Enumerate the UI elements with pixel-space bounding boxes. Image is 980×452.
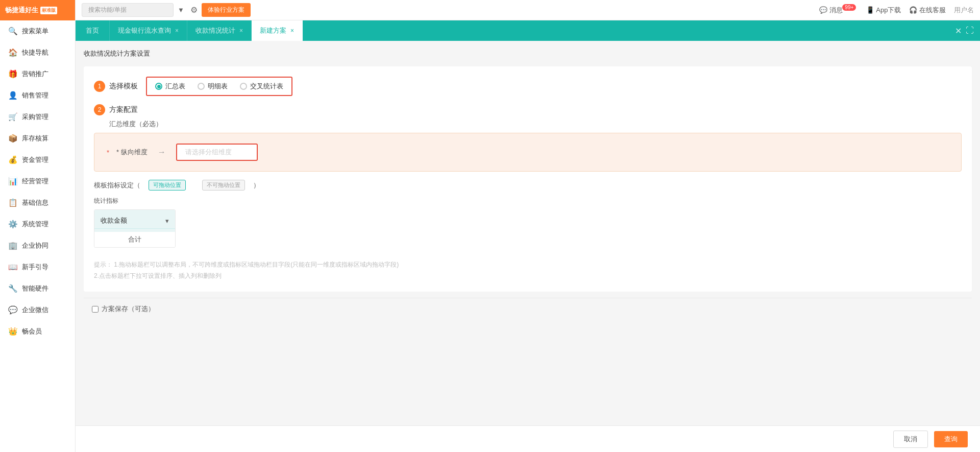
radio-summary[interactable]: 汇总表 <box>155 82 185 91</box>
user-name[interactable]: 用户名 <box>954 6 974 15</box>
bottom-bar: 取消 查询 <box>76 425 980 452</box>
metrics-header-cell[interactable]: 收款金额 ▾ <box>94 213 175 229</box>
save-label: 方案保存（可选） <box>102 304 155 314</box>
metrics-chevron-icon[interactable]: ▾ <box>165 217 169 225</box>
dimension-select[interactable]: 请选择分组维度 <box>176 144 258 161</box>
tab-new-plan[interactable]: 新建方案 × <box>252 20 303 41</box>
wechat-icon: 💬 <box>8 305 18 315</box>
tabs-right-controls: ✕ ⛶ <box>955 26 980 36</box>
user-icon: 👤 <box>8 91 18 100</box>
tab-bank-flow[interactable]: 现金银行流水查询 × <box>110 20 187 41</box>
step1-row: 1 选择模板 汇总表 明细表 <box>94 77 962 96</box>
tab-receipt-stat-close[interactable]: × <box>239 27 243 34</box>
tab-close-all-icon[interactable]: ✕ <box>955 26 962 36</box>
step2-circle: 2 <box>94 104 105 115</box>
header: 搜索功能/单据 ▼ ⚙ 体验行业方案 💬 消息 99+ 📱 App下载 🎧 在线… <box>76 0 980 20</box>
draggable-badge: 可拖动位置 <box>149 180 186 191</box>
trial-btn[interactable]: 体验行业方案 <box>202 3 251 17</box>
sidebar-item-system[interactable]: ⚙️ 系统管理 <box>0 213 75 235</box>
sidebar-item-finance[interactable]: 💰 资金管理 <box>0 149 75 171</box>
save-checkbox[interactable] <box>92 306 99 313</box>
main-area: 搜索功能/单据 ▼ ⚙ 体验行业方案 💬 消息 99+ 📱 App下载 🎧 在线… <box>76 0 980 452</box>
tab-receipt-stat[interactable]: 收款情况统计 × <box>187 20 252 41</box>
step2-label: 方案配置 <box>109 105 138 114</box>
gear-icon: ⚙️ <box>8 220 18 229</box>
required-mark: * <box>107 149 109 156</box>
notification-badge: 99+ <box>842 4 856 11</box>
sidebar-item-operations[interactable]: 📊 经营管理 <box>0 171 75 192</box>
cart-icon: 🛒 <box>8 112 18 122</box>
logo-badge: 标准版 <box>40 7 57 14</box>
dropdown-icon[interactable]: ▼ <box>178 6 184 14</box>
metrics-table: 收款金额 ▾ 合计 <box>94 209 176 248</box>
save-row: 方案保存（可选） <box>84 298 972 320</box>
sidebar-item-sales[interactable]: 👤 销售管理 <box>0 85 75 106</box>
sidebar-item-enterprise[interactable]: 🏢 企业协同 <box>0 235 75 256</box>
config-section: 汇总维度（必选） * * 纵向维度 → 请选择分组维度 模板指标设定 <box>94 120 962 281</box>
hardware-icon: 🔧 <box>8 284 18 293</box>
sidebar-item-smart-hw[interactable]: 🔧 智能硬件 <box>0 278 75 299</box>
metrics-table-container: 统计指标 收款金额 ▾ 合计 <box>94 197 962 249</box>
sidebar-item-marketing[interactable]: 🎁 营销推广 <box>0 63 75 85</box>
content-area: 收款情况统计方案设置 1 选择模板 汇总表 <box>76 41 980 425</box>
hint2-text: 2.点击标题栏下拉可设置排序、插入列和删除列 <box>94 271 962 282</box>
sidebar-logo: 畅捷通好生 标准版 <box>0 0 75 20</box>
clipboard-icon: 📋 <box>8 198 18 207</box>
home-icon: 🏠 <box>8 48 18 57</box>
notification-area[interactable]: 💬 消息 99+ <box>819 6 858 15</box>
non-draggable-badge: 不可拖动位置 <box>202 180 245 191</box>
gift-icon: 🎁 <box>8 69 18 79</box>
dimension-row: * * 纵向维度 → 请选择分组维度 <box>107 144 949 161</box>
radio-dot-summary <box>155 83 162 90</box>
settings-card: 1 选择模板 汇总表 明细表 <box>84 66 972 292</box>
tab-bank-flow-close[interactable]: × <box>175 27 179 34</box>
search-menu-icon: 🔍 <box>8 27 18 36</box>
sidebar-item-wechat[interactable]: 💬 企业微信 <box>0 299 75 321</box>
header-left: 搜索功能/单据 ▼ ⚙ 体验行业方案 <box>82 3 251 17</box>
radio-detail[interactable]: 明细表 <box>198 82 228 91</box>
settings-icon[interactable]: ⚙ <box>190 5 198 15</box>
book-icon: 📖 <box>8 263 18 272</box>
sidebar-item-search-menu[interactable]: 🔍 搜索菜单 <box>0 20 75 42</box>
tab-home[interactable]: 首页 <box>76 20 110 41</box>
sidebar-item-purchase[interactable]: 🛒 采购管理 <box>0 106 75 128</box>
radio-cross[interactable]: 交叉统计表 <box>240 82 283 91</box>
vertical-dim-label: * 纵向维度 <box>116 148 148 157</box>
arrow-icon: → <box>158 148 166 157</box>
radio-dot-cross <box>240 83 247 90</box>
query-button[interactable]: 查询 <box>934 431 968 447</box>
metrics-section-label: 统计指标 <box>94 197 962 205</box>
tabs-bar: 首页 现金银行流水查询 × 收款情况统计 × 新建方案 × ✕ ⛶ <box>76 20 980 41</box>
hint1-text: 提示： 1.拖动标题栏可以调整布局，不可跨维度或指标区域拖动栏目字段(只能在同一… <box>94 259 962 271</box>
headset-icon: 🎧 <box>909 6 917 14</box>
step2-row: 2 方案配置 <box>94 104 962 115</box>
tab-new-plan-close[interactable]: × <box>290 27 294 34</box>
sidebar-item-quick-nav[interactable]: 🏠 快捷导航 <box>0 42 75 63</box>
sidebar-item-inventory[interactable]: 📦 库存核算 <box>0 128 75 149</box>
step1-circle: 1 <box>94 81 105 92</box>
chart-icon: 📊 <box>8 177 18 186</box>
building-icon: 🏢 <box>8 241 18 250</box>
cancel-button[interactable]: 取消 <box>893 431 928 448</box>
mobile-icon: 📱 <box>866 6 874 14</box>
app-download[interactable]: 📱 App下载 <box>866 6 901 15</box>
search-bar[interactable]: 搜索功能/单据 <box>82 3 174 17</box>
sidebar: 畅捷通好生 标准版 🔍 搜索菜单 🏠 快捷导航 🎁 营销推广 👤 销售管理 🛒 … <box>0 0 76 452</box>
tab-maximize-icon[interactable]: ⛶ <box>966 26 974 35</box>
sidebar-item-base-info[interactable]: 📋 基础信息 <box>0 192 75 213</box>
summary-dim-label: 汇总维度（必选） <box>109 120 962 129</box>
message-icon: 💬 <box>819 6 827 14</box>
page-content: 收款情况统计方案设置 1 选择模板 汇总表 <box>76 41 980 328</box>
dimension-area: * * 纵向维度 → 请选择分组维度 <box>94 133 962 172</box>
box-icon: 📦 <box>8 134 18 143</box>
sidebar-item-guide[interactable]: 📖 新手引导 <box>0 256 75 278</box>
crown-icon: 👑 <box>8 327 18 336</box>
sidebar-items-list: 🔍 搜索菜单 🏠 快捷导航 🎁 营销推广 👤 销售管理 🛒 采购管理 📦 库存核… <box>0 20 75 452</box>
sidebar-item-member[interactable]: 👑 畅会员 <box>0 321 75 342</box>
online-support[interactable]: 🎧 在线客服 <box>909 6 946 15</box>
template-radio-group: 汇总表 明细表 交叉统计表 <box>146 77 292 96</box>
radio-dot-detail <box>198 83 205 90</box>
metrics-label-row: 模板指标设定（ 可拖动位置 不可拖动位置 ） <box>94 180 962 191</box>
logo-text: 畅捷通好生 <box>5 6 38 15</box>
money-icon: 💰 <box>8 155 18 164</box>
